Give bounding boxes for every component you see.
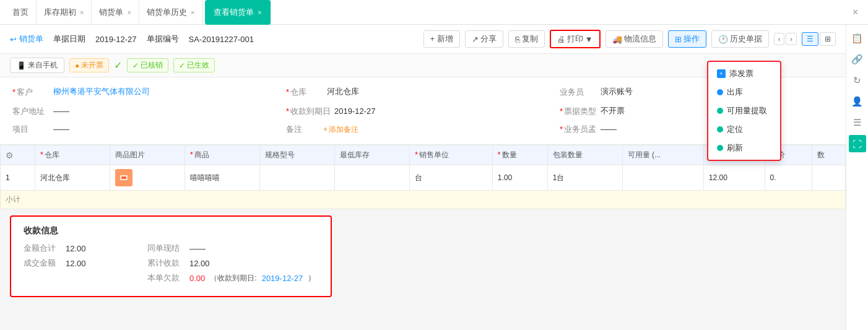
circle-icon: ● (75, 61, 79, 70)
row-quantity: 1.00 (492, 165, 547, 191)
tab-view-sales-order[interactable]: 查看销货单 × (205, 0, 271, 25)
status-open-badge: ● 未开票 (69, 58, 109, 72)
history-icon: 🕐 (718, 35, 728, 44)
project-value: —— (50, 123, 99, 136)
history-button[interactable]: 🕐 历史单据 (711, 30, 769, 48)
tab-bar-close-button[interactable]: × (848, 7, 863, 18)
salesperson-label: 业务员孟 (560, 124, 597, 135)
operation-button[interactable]: ⊞ 操作 (668, 30, 706, 48)
tab-sales-history[interactable]: 销货单历史 × (139, 0, 202, 25)
close-inventory-init-icon[interactable]: × (80, 9, 84, 16)
row-image (110, 165, 184, 191)
logistics-button[interactable]: 🚚 物流信息 (605, 30, 663, 48)
copy-icon: ⎘ (515, 35, 520, 44)
col-settings[interactable]: ⚙ (1, 145, 35, 165)
doc-meta: 单据日期 2019-12-27 单据编号 SA-20191227-001 (53, 33, 423, 45)
payment-total-item: 金额合计 12.00 (24, 243, 123, 254)
dropdown-locate[interactable]: 定位 (708, 120, 780, 139)
new-button[interactable]: + 新增 (423, 30, 460, 48)
dropdown-refresh[interactable]: 刷新 (708, 139, 780, 157)
payment-total-value: 12.00 (66, 244, 86, 253)
row-unit: 台 (410, 165, 493, 191)
close-sales-history-icon[interactable]: × (191, 9, 194, 16)
logistics-icon: 🚚 (612, 35, 622, 44)
tab-home[interactable]: 首页 (5, 0, 37, 25)
row-unit-price: 0. (765, 165, 812, 191)
employee-field: 业务员 演示账号 (560, 85, 833, 99)
customer-label: 客户 (12, 87, 50, 98)
settings-icon[interactable]: ⚙ (6, 150, 14, 160)
payment-same-settle-label: 同单现结 (147, 243, 184, 254)
tab-sales-order[interactable]: 销货单 × (92, 0, 139, 25)
doc-number-label: 单据编号 (147, 33, 179, 45)
refresh-label: 刷新 (727, 142, 743, 154)
sidebar-link-icon[interactable]: 🔗 (849, 51, 866, 68)
phone-icon: 📱 (17, 61, 26, 70)
payment-same-settle-value: —— (189, 244, 206, 253)
add-note-button[interactable]: + 添加备注 (323, 124, 358, 135)
payment-title: 收款信息 (24, 225, 318, 237)
tab-home-label: 首页 (12, 7, 28, 18)
sidebar-expand-icon[interactable]: ⛶ (849, 135, 866, 152)
product-thumbnail (115, 169, 132, 186)
row-min-stock (335, 165, 410, 191)
payment-debt-value: 0.00 (189, 274, 205, 283)
sidebar-list-icon[interactable]: ☰ (849, 114, 866, 131)
tab-bar: 首页 库存期初 × 销货单 × 销货单历史 × 查看销货单 × × (0, 0, 868, 25)
table-row: 1 河北仓库 嘻嘻嘻嘻 台 1.00 1台 (1, 165, 846, 191)
payment-total-label: 金额合计 (24, 243, 61, 254)
print-label: 打印 (567, 33, 583, 45)
payment-due-date: 2019-12-27 (262, 274, 303, 283)
available-qty-label: 可用量提取 (727, 105, 767, 116)
project-label: 项目 (12, 124, 50, 135)
status-open-label: 未开票 (81, 60, 103, 71)
employee-label: 业务员 (560, 87, 597, 98)
list-view-button[interactable]: ☰ (802, 32, 818, 46)
col-spec: 规格型号 (260, 145, 335, 165)
address-field: 客户地址 —— (12, 105, 286, 118)
share-label: 分享 (480, 33, 497, 45)
prev-button[interactable]: ‹ (774, 33, 785, 45)
add-invoice-label: 添发票 (729, 68, 753, 79)
effective-label: 已生效 (187, 60, 209, 71)
check-icon: ✓ (114, 59, 122, 71)
effective-badge: ✓ 已生效 (173, 58, 215, 72)
dropdown-available-qty[interactable]: 可用量提取 (708, 102, 780, 120)
due-date-value: 2019-12-27 (331, 105, 380, 118)
plus-icon: + (323, 125, 328, 134)
col-min-stock: 最低库存 (335, 145, 410, 165)
outbound-label: 出库 (727, 87, 743, 98)
doc-number-value: SA-20191227-001 (189, 35, 254, 44)
close-sales-order-icon[interactable]: × (127, 9, 131, 16)
row-amount (812, 165, 845, 191)
col-available: 可用量 (... (622, 145, 703, 165)
payment-box: 收款信息 金额合计 12.00 同单现结 —— 成交金额 12.00 累计收款 (10, 215, 332, 297)
refresh-dot-icon (717, 145, 723, 151)
grid-view-button[interactable]: ⊞ (820, 32, 836, 46)
print-button[interactable]: 🖨 打印 ▼ (550, 30, 601, 48)
col-warehouse: 仓库 (35, 145, 110, 165)
locate-label: 定位 (727, 124, 743, 135)
customer-value[interactable]: 柳州粤港平安气体有限公司 (50, 85, 154, 99)
outbound-dot-icon (717, 89, 723, 95)
svg-rect-1 (121, 176, 126, 179)
share-button[interactable]: ↗ 分享 (465, 30, 503, 48)
payment-deal-value: 12.00 (66, 259, 86, 268)
close-view-sales-order-icon[interactable]: × (258, 9, 261, 16)
available-qty-dot-icon (717, 108, 723, 114)
check-circle-icon: ✓ (132, 61, 139, 70)
add-invoice-icon: + (717, 69, 726, 78)
effective-check-icon: ✓ (179, 61, 185, 70)
tab-inventory-init[interactable]: 库存期初 × (37, 0, 92, 25)
operation-dropdown: + 添发票 出库 可用量提取 定位 刷新 (707, 61, 781, 161)
copy-button[interactable]: ⎘ 复制 (508, 30, 545, 48)
dropdown-outbound[interactable]: 出库 (708, 83, 780, 102)
dropdown-add-invoice[interactable]: + 添发票 (708, 64, 780, 83)
payment-debt-label: 本单欠款 (147, 272, 184, 284)
sidebar-refresh-icon[interactable]: ↻ (849, 72, 866, 89)
doc-actions: + 新增 ↗ 分享 ⎘ 复制 🖨 打印 ▼ 🚚 物流信息 (423, 30, 836, 48)
sidebar-document-icon[interactable]: 📋 (849, 30, 866, 47)
next-button[interactable]: › (786, 33, 797, 45)
from-phone-button[interactable]: 📱 来自手机 (10, 58, 64, 73)
sidebar-user-icon[interactable]: 👤 (849, 93, 866, 110)
